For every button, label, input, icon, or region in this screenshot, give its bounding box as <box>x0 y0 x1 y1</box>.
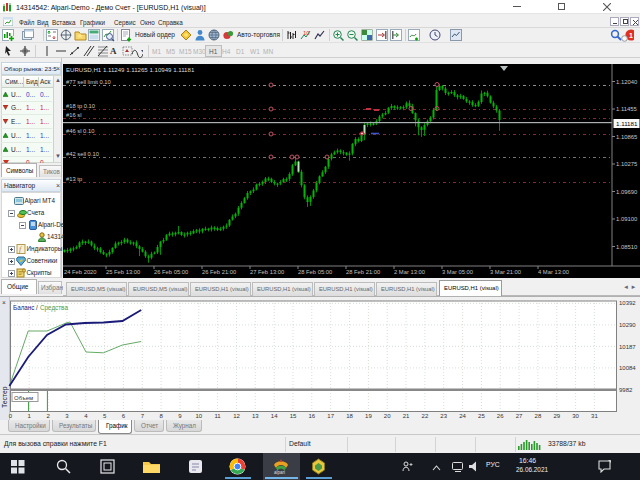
svg-text:26 Feb 05:00: 26 Feb 05:00 <box>154 269 188 275</box>
svg-text:9: 9 <box>178 413 182 419</box>
svg-text:25: 25 <box>478 413 485 419</box>
svg-text:6: 6 <box>122 413 126 419</box>
svg-text:12: 12 <box>233 413 240 419</box>
svg-text:10084: 10084 <box>619 365 636 371</box>
svg-text:0: 0 <box>9 413 13 419</box>
svg-text:1.10865: 1.10865 <box>616 134 638 140</box>
svg-text:10392: 10392 <box>619 300 636 306</box>
svg-text:9982: 9982 <box>619 387 633 393</box>
svg-text:Объем: Объем <box>14 395 33 401</box>
svg-text:27 Feb 13:00: 27 Feb 13:00 <box>250 269 284 275</box>
svg-text:13: 13 <box>252 413 259 419</box>
svg-text:1.09690: 1.09690 <box>616 189 638 195</box>
svg-text:15: 15 <box>290 413 297 419</box>
svg-text:14: 14 <box>271 413 278 419</box>
svg-text:30: 30 <box>572 413 579 419</box>
svg-text:Средства: Средства <box>40 304 68 312</box>
svg-text:24: 24 <box>459 413 466 419</box>
svg-text:1.12040: 1.12040 <box>616 79 638 85</box>
svg-text:1.09100: 1.09100 <box>616 216 638 222</box>
svg-text:10290: 10290 <box>619 322 636 328</box>
svg-text:22: 22 <box>422 413 429 419</box>
svg-text:8: 8 <box>159 413 163 419</box>
svg-text:25 Feb 13:00: 25 Feb 13:00 <box>106 269 140 275</box>
svg-text:10: 10 <box>303 30 310 36</box>
svg-text:1.08510: 1.08510 <box>616 244 638 250</box>
svg-text:2 Mar 13:00: 2 Mar 13:00 <box>394 269 425 275</box>
svg-text:18: 18 <box>346 413 353 419</box>
svg-text:29: 29 <box>553 413 560 419</box>
svg-text:20: 20 <box>384 413 391 419</box>
svg-text:26 Feb 21:00: 26 Feb 21:00 <box>202 269 236 275</box>
svg-text:#18 tp 0.10: #18 tp 0.10 <box>66 103 95 109</box>
svg-text:2: 2 <box>46 413 50 419</box>
svg-text:28 Feb 05:00: 28 Feb 05:00 <box>298 269 332 275</box>
svg-text:#16 sl: #16 sl <box>66 112 81 118</box>
svg-text:27: 27 <box>516 413 523 419</box>
svg-text:7: 7 <box>141 413 145 419</box>
svg-text:3 Mar 05:00: 3 Mar 05:00 <box>442 269 473 275</box>
svg-text:Баланс: Баланс <box>13 304 34 311</box>
svg-text:1.10275: 1.10275 <box>616 161 638 167</box>
svg-text:1: 1 <box>28 413 32 419</box>
svg-text:1.11455: 1.11455 <box>616 106 638 112</box>
svg-text:/: / <box>36 304 38 311</box>
svg-text:19: 19 <box>365 413 372 419</box>
svg-text:1: 1 <box>629 32 633 39</box>
svg-text:31: 31 <box>591 413 598 419</box>
svg-text:28: 28 <box>535 413 542 419</box>
svg-text:10187: 10187 <box>619 344 636 350</box>
svg-text:24 Feb 2020: 24 Feb 2020 <box>64 269 97 275</box>
svg-text:#13 tp: #13 tp <box>66 176 82 182</box>
svg-text:EURUSD,H1 1.11249 1.11265 1.1: EURUSD,H1 1.11249 1.11265 1.10949 1.1118… <box>66 66 195 73</box>
svg-text:4: 4 <box>84 413 88 419</box>
svg-text:#46 sl 0.10: #46 sl 0.10 <box>66 128 94 134</box>
svg-text:26: 26 <box>497 413 504 419</box>
svg-text:21: 21 <box>403 413 410 419</box>
svg-text:3 Mar 21:00: 3 Mar 21:00 <box>490 269 521 275</box>
svg-text:3: 3 <box>65 413 69 419</box>
svg-text:#42 sell 0.10: #42 sell 0.10 <box>66 151 99 157</box>
svg-text:16: 16 <box>308 413 315 419</box>
svg-text:23: 23 <box>440 413 447 419</box>
svg-text:1.11181: 1.11181 <box>616 120 638 127</box>
svg-text:5: 5 <box>103 413 107 419</box>
svg-text:17: 17 <box>327 413 334 419</box>
svg-text:#77 sell limit 0.10: #77 sell limit 0.10 <box>66 79 111 85</box>
svg-text:10: 10 <box>195 413 202 419</box>
svg-text:4 Mar 13:00: 4 Mar 13:00 <box>538 269 569 275</box>
svg-text:11: 11 <box>214 413 221 419</box>
svg-text:28 Feb 21:00: 28 Feb 21:00 <box>346 269 380 275</box>
